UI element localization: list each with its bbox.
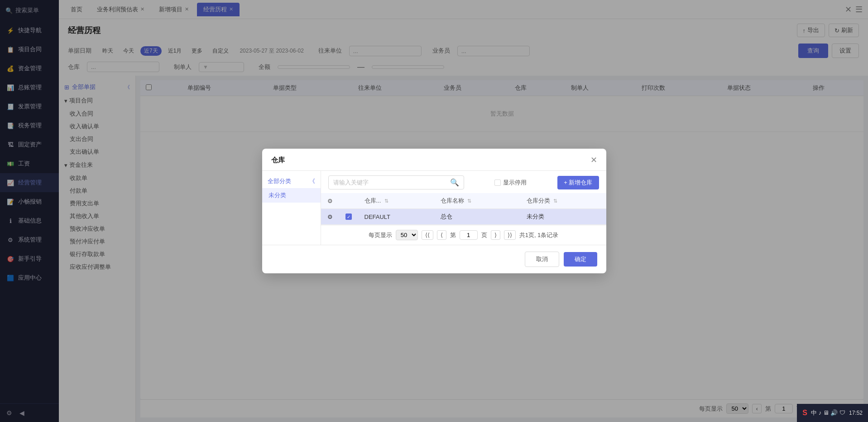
- dialog-search-input[interactable]: [333, 179, 447, 186]
- dialog-header: 仓库 ✕: [262, 149, 606, 171]
- dialog-table-container: ⚙ 仓库... ⇅ 仓库名称 ⇅ 仓库分类 ⇅: [321, 193, 606, 225]
- col-category: 仓库分类 ⇅: [520, 193, 606, 209]
- sort-code-icon[interactable]: ⇅: [384, 198, 388, 204]
- show-disabled-checkbox[interactable]: [494, 179, 501, 186]
- col-name: 仓库名称 ⇅: [434, 193, 520, 209]
- row-check-cell[interactable]: ✓: [339, 209, 358, 225]
- dialog-first-btn[interactable]: ⟨⟨: [422, 230, 433, 240]
- cancel-button[interactable]: 取消: [525, 252, 559, 267]
- dialog-body: 全部分类 《 未分类 🔍 显示停用: [262, 171, 606, 245]
- add-warehouse-button[interactable]: + 新增仓库: [557, 176, 599, 189]
- dialog-total: 共1页, 1条记录: [519, 231, 559, 239]
- dialog-pagination: 每页显示 50 ⟨⟨ ⟨ 第 页 ⟩ ⟩⟩ 共1页, 1条记录: [321, 225, 606, 245]
- show-disabled-toggle[interactable]: 显示停用: [494, 179, 527, 187]
- dialog-table: ⚙ 仓库... ⇅ 仓库名称 ⇅ 仓库分类 ⇅: [321, 193, 606, 225]
- dialog-prev-btn[interactable]: ⟨: [437, 230, 446, 240]
- tray-icons: 中 ♪ 🖥 🔊 🛡: [811, 409, 845, 417]
- dialog-main: 🔍 显示停用 + 新增仓库 ⚙: [321, 171, 606, 245]
- system-tray: S 中 ♪ 🖥 🔊 🛡 17:52: [797, 404, 868, 422]
- col-check[interactable]: [339, 193, 358, 209]
- row-name: 总仓: [434, 209, 520, 225]
- dialog-sidebar-all[interactable]: 全部分类 《: [262, 175, 321, 188]
- all-category-label: 全部分类: [268, 177, 291, 185]
- dialog-per-page-select[interactable]: 50: [396, 230, 418, 240]
- confirm-button[interactable]: 确定: [564, 252, 597, 267]
- dialog-toolbar: 🔍 显示停用 + 新增仓库: [321, 171, 606, 193]
- warehouse-dialog: 仓库 ✕ 全部分类 《 未分类 🔍: [262, 149, 606, 273]
- tray-time: 17:52: [849, 410, 863, 416]
- col-code: 仓库... ⇅: [358, 193, 434, 209]
- dialog-sidebar-collapse[interactable]: 《: [309, 177, 315, 185]
- dialog-next-btn[interactable]: ⟩: [491, 230, 500, 240]
- dialog-search-icon: 🔍: [450, 178, 459, 187]
- warehouse-row-1[interactable]: ⚙ ✓ DEFAULT 总仓 未分类: [321, 209, 606, 225]
- show-disabled-label: 显示停用: [503, 179, 527, 187]
- tray-logo: S: [802, 409, 807, 417]
- sort-cat-icon[interactable]: ⇅: [553, 198, 557, 204]
- dialog-page-label: 第: [450, 231, 456, 239]
- row-category: 未分类: [520, 209, 606, 225]
- dialog-close-button[interactable]: ✕: [590, 155, 597, 165]
- modal-overlay: 仓库 ✕ 全部分类 《 未分类 🔍: [0, 0, 868, 422]
- row-code: DEFAULT: [358, 209, 434, 225]
- dialog-page-input[interactable]: [460, 230, 478, 240]
- dialog-sidebar: 全部分类 《 未分类: [262, 171, 321, 245]
- sort-name-icon[interactable]: ⇅: [467, 198, 471, 204]
- row-checkbox[interactable]: ✓: [345, 213, 352, 220]
- dialog-per-page-label: 每页显示: [369, 231, 392, 239]
- dialog-title: 仓库: [271, 156, 285, 165]
- dialog-sidebar-uncategorized[interactable]: 未分类: [262, 188, 321, 203]
- dialog-actions: 取消 确定: [262, 245, 606, 273]
- dialog-last-btn[interactable]: ⟩⟩: [504, 230, 516, 240]
- dialog-page-unit: 页: [481, 231, 487, 239]
- uncategorized-label: 未分类: [269, 192, 286, 199]
- row-gear-cell[interactable]: ⚙: [321, 209, 339, 225]
- col-gear[interactable]: ⚙: [321, 193, 339, 209]
- dialog-search-box[interactable]: 🔍: [328, 175, 464, 189]
